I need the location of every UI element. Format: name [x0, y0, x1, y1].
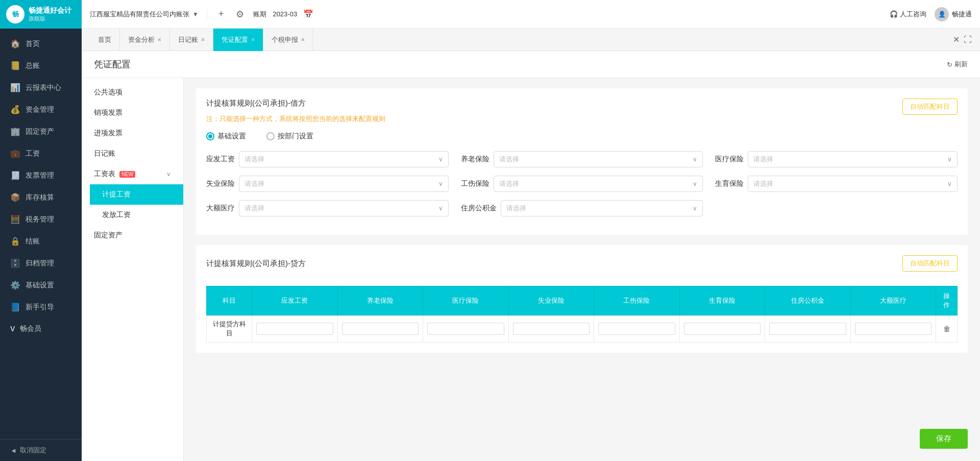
tab-voucher[interactable]: 凭证配置 × — [213, 29, 263, 51]
cancel-fixed-btn[interactable]: ◄ 取消固定 — [0, 439, 82, 461]
tab-voucher-close[interactable]: × — [251, 36, 255, 43]
field-select-yanglao[interactable]: 请选择 ∨ — [494, 151, 703, 167]
sidebar-item-guide[interactable]: 📘 新手引导 — [0, 296, 82, 318]
sidebar-item-ledger[interactable]: 📒 总账 — [0, 55, 82, 77]
menu-item-calc-salary[interactable]: 计提工资 — [90, 184, 183, 205]
input-yiliao[interactable] — [427, 323, 504, 335]
user-area[interactable]: 👤 畅捷通 — [935, 7, 972, 21]
cell-gongshang-input[interactable] — [594, 316, 679, 343]
salary-icon: 💼 — [10, 149, 20, 158]
field-select-zhufang[interactable]: 请选择 ∨ — [501, 200, 703, 216]
close-window-btn[interactable]: ✕ — [953, 35, 960, 44]
radio-basic[interactable]: 基础设置 — [206, 132, 246, 141]
table-row: 计提贷方科目 🗑 — [207, 316, 958, 343]
sidebar-item-salary[interactable]: 💼 工资 — [0, 142, 82, 164]
tab-funds-close[interactable]: × — [158, 36, 161, 43]
refresh-label: 刷新 — [954, 60, 968, 69]
inventory-icon: 📦 — [10, 192, 20, 202]
sidebar-item-home[interactable]: 🏠 首页 — [0, 33, 82, 55]
field-select-shengyu[interactable]: 请选择 ∨ — [748, 176, 958, 192]
sidebar-item-invoice[interactable]: 🧾 发票管理 — [0, 164, 82, 186]
input-gongshang[interactable] — [598, 323, 675, 335]
cell-zhufang-input[interactable] — [765, 316, 850, 343]
col-yingfa: 应发工资 — [252, 286, 337, 316]
calendar-icon[interactable]: 📅 — [303, 9, 313, 19]
cell-yanglao-input[interactable] — [337, 316, 423, 343]
logo-text-block: 畅捷通好会计 旗舰版 — [29, 6, 71, 22]
menu-item-sales[interactable]: 销项发票 — [82, 103, 183, 123]
new-badge: NEW — [119, 171, 135, 178]
field-select-yingfa[interactable]: 请选择 ∨ — [239, 151, 449, 167]
input-shiye[interactable] — [513, 323, 590, 335]
field-label-gongshang: 工伤保险 — [461, 179, 489, 188]
tab-home[interactable]: 首页 — [90, 29, 120, 51]
tab-tax[interactable]: 个税申报 × — [263, 29, 313, 51]
sidebar-item-fixed[interactable]: 🏢 固定资产 — [0, 120, 82, 142]
input-zhufang[interactable] — [769, 323, 846, 335]
field-select-daejiyiliao[interactable]: 请选择 ∨ — [239, 200, 449, 216]
support-button[interactable]: 🎧 人工咨询 — [890, 10, 926, 19]
save-button[interactable]: 保存 — [920, 429, 968, 449]
company-selector[interactable]: 江西服宝精品有限责任公司内账张 ▼ — [90, 10, 199, 19]
funds-icon: 💰 — [10, 105, 20, 114]
menu-item-salary-table[interactable]: 工资表 NEW ∨ — [82, 164, 183, 184]
tab-journal-close[interactable]: × — [201, 36, 205, 43]
cell-shengyu-input[interactable] — [679, 316, 765, 343]
section1-notice: 注：只能选择一种方式，系统将按照您当前的选择来配置规则 — [206, 114, 385, 124]
tab-tax-label: 个税申报 — [272, 35, 298, 44]
cell-daejiyiliao-input[interactable] — [850, 316, 936, 343]
tab-tax-close[interactable]: × — [301, 36, 305, 43]
auto-match-btn-top[interactable]: 自动匹配科目 — [902, 99, 958, 115]
radio-dept[interactable]: 按部门设置 — [266, 132, 313, 141]
menu-item-public[interactable]: 公共选项 — [82, 82, 183, 103]
tab-journal[interactable]: 日记账 × — [170, 29, 213, 51]
field-placeholder-yanglao: 请选择 — [499, 155, 519, 164]
cell-delete[interactable]: 🗑 — [936, 316, 958, 343]
reports-icon: 📊 — [10, 83, 20, 92]
field-yingfa-gongzi: 应发工资 请选择 ∨ — [206, 151, 449, 167]
sidebar-item-archive[interactable]: 🗄️ 归档管理 — [0, 252, 82, 274]
salary-table-label: 工资表 NEW — [94, 169, 135, 179]
input-shengyu[interactable] — [684, 323, 761, 335]
add-tab-button[interactable]: + — [215, 7, 227, 21]
settings-button[interactable]: ⚙ — [233, 7, 247, 22]
logo-sub: 旗舰版 — [29, 15, 71, 22]
cell-yingfa-input[interactable] — [252, 316, 337, 343]
menu-item-journal[interactable]: 日记账 — [82, 143, 183, 164]
refresh-button[interactable]: ↻ 刷新 — [947, 60, 968, 69]
field-select-yiliao[interactable]: 请选择 ∨ — [748, 151, 958, 167]
menu-item-purchase[interactable]: 进项发票 — [82, 123, 183, 143]
tabbar: 首页 资金分析 × 日记账 × 凭证配置 × 个税申报 × ✕ ⛶ — [82, 29, 980, 51]
auto-match-btn-credit[interactable]: 自动匹配科目 — [902, 255, 958, 272]
sidebar-item-settings[interactable]: ⚙️ 基础设置 — [0, 274, 82, 296]
tab-funds[interactable]: 资金分析 × — [120, 29, 170, 51]
sidebar-item-vip[interactable]: V 畅会员 — [0, 318, 82, 339]
tab-voucher-label: 凭证配置 — [222, 35, 248, 44]
sidebar-item-tax[interactable]: 🧮 税务管理 — [0, 208, 82, 230]
menu-item-pay-salary[interactable]: 发放工资 — [90, 205, 183, 225]
section-debit: 计提核算规则(公司承担)-借方 注：只能选择一种方式，系统将按照您当前的选择来配… — [196, 88, 968, 235]
field-select-shiye[interactable]: 请选择 ∨ — [239, 176, 449, 192]
logo-text: 畅捷通好会计 — [29, 6, 71, 15]
field-select-gongshang[interactable]: 请选择 ∨ — [494, 176, 703, 192]
menu-item-fixed-assets[interactable]: 固定资产 — [82, 225, 183, 246]
input-yanglao[interactable] — [342, 323, 419, 335]
cell-shiye-input[interactable] — [508, 316, 594, 343]
field-yiliao: 医疗保险 请选择 ∨ — [715, 151, 958, 167]
cell-yiliao-input[interactable] — [423, 316, 508, 343]
topbar-right: 🎧 人工咨询 👤 畅捷通 — [890, 7, 972, 21]
input-daejiyiliao[interactable] — [855, 323, 932, 335]
field-zhufang: 住房公积金 请选择 ∨ — [461, 200, 703, 216]
sidebar-item-inventory[interactable]: 📦 库存核算 — [0, 186, 82, 208]
select-arrow-zhufang: ∨ — [693, 205, 697, 212]
sidebar-item-reports[interactable]: 📊 云报表中心 — [0, 77, 82, 99]
sidebar-item-funds[interactable]: 💰 资金管理 — [0, 99, 82, 120]
delete-row-btn[interactable]: 🗑 — [943, 325, 950, 333]
cell-subject-label: 计提贷方科目 — [207, 316, 252, 343]
sidebar-item-closing[interactable]: 🔒 结账 — [0, 230, 82, 252]
col-zhufang: 住房公积金 — [765, 286, 850, 316]
maximize-window-btn[interactable]: ⛶ — [964, 35, 972, 44]
input-yingfa[interactable] — [256, 323, 333, 335]
select-arrow-yanglao: ∨ — [693, 156, 697, 163]
sidebar-label-funds: 资金管理 — [26, 105, 54, 114]
